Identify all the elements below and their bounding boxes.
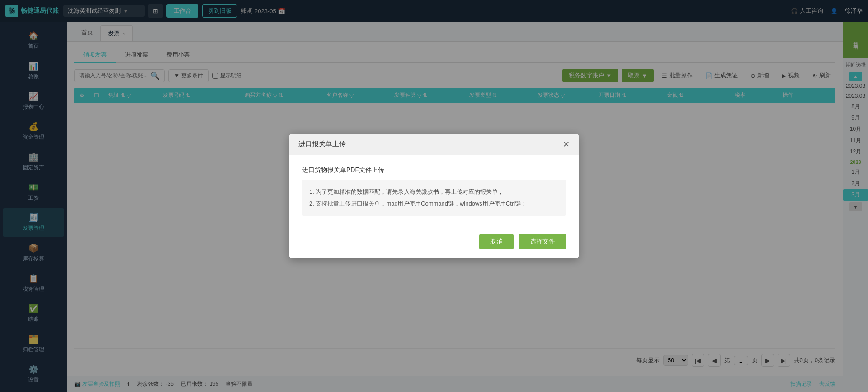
modal-info-box: 1. 为了更加精准的数据匹配，请先录入海关缴款书，再上传对应的报关单； 2. 支… — [302, 180, 566, 216]
modal-footer: 取消 选择文件 — [289, 227, 579, 258]
modal-overlay[interactable]: 进口报关单上传 ✕ 进口货物报关单PDF文件上传 1. 为了更加精准的数据匹配，… — [0, 0, 868, 392]
modal-section-title: 进口货物报关单PDF文件上传 — [302, 166, 566, 174]
cancel-modal-button[interactable]: 取消 — [479, 234, 514, 249]
modal-title: 进口报关单上传 — [298, 140, 346, 148]
modal-close-button[interactable]: ✕ — [563, 140, 570, 148]
select-file-button[interactable]: 选择文件 — [519, 234, 566, 249]
modal-header: 进口报关单上传 ✕ — [289, 134, 579, 155]
import-modal: 进口报关单上传 ✕ 进口货物报关单PDF文件上传 1. 为了更加精准的数据匹配，… — [289, 134, 579, 258]
modal-body: 进口货物报关单PDF文件上传 1. 为了更加精准的数据匹配，请先录入海关缴款书，… — [289, 155, 579, 227]
modal-info-line-2: 2. 支持批量上传进口报关单，mac用户使用Command键，windows用户… — [309, 198, 559, 210]
modal-info-line-1: 1. 为了更加精准的数据匹配，请先录入海关缴款书，再上传对应的报关单； — [309, 186, 559, 198]
